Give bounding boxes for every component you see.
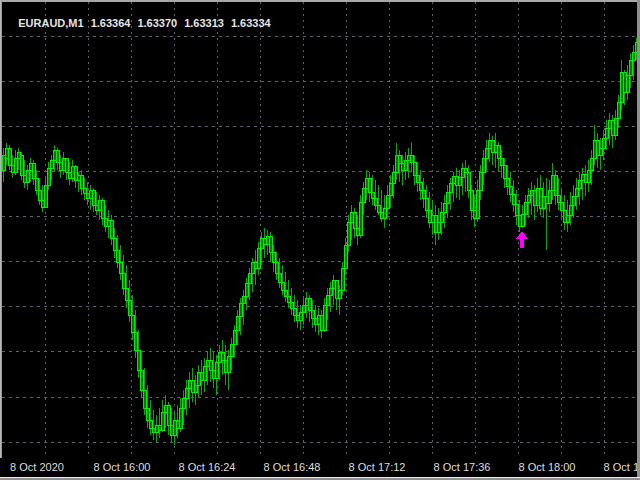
mt4-chart-window: EURAUD,M11.633641.633701.633131.63334 8 … [0,0,640,480]
time-axis-label: 8 Oct 2020 [10,461,64,473]
time-axis-label: 8 Oct 18:24 [604,461,637,473]
time-axis[interactable]: 8 Oct 20208 Oct 16:008 Oct 16:248 Oct 16… [0,458,637,477]
ohlc-open: 1.63364 [91,17,131,29]
time-axis-label: 8 Oct 16:00 [94,461,151,473]
buy-arrow-marker[interactable] [516,231,528,248]
symbol-period-label: EURAUD,M1 [18,17,83,29]
window-border-top [0,0,640,2]
time-axis-label: 8 Oct 17:12 [349,461,406,473]
chart-title: EURAUD,M11.633641.633701.633131.63334 [6,5,278,41]
time-axis-label: 8 Oct 16:24 [179,461,236,473]
time-axis-label: 8 Oct 18:00 [519,461,576,473]
candles-layer [2,33,637,445]
grid-layer [2,2,637,456]
ohlc-low: 1.63313 [184,17,224,29]
window-border-left [0,0,2,480]
time-axis-label: 8 Oct 17:36 [434,461,491,473]
ohlc-high: 1.63370 [137,17,177,29]
candlestick-chart[interactable] [0,0,637,458]
time-axis-label: 8 Oct 16:48 [264,461,321,473]
ohlc-close: 1.63334 [231,17,271,29]
